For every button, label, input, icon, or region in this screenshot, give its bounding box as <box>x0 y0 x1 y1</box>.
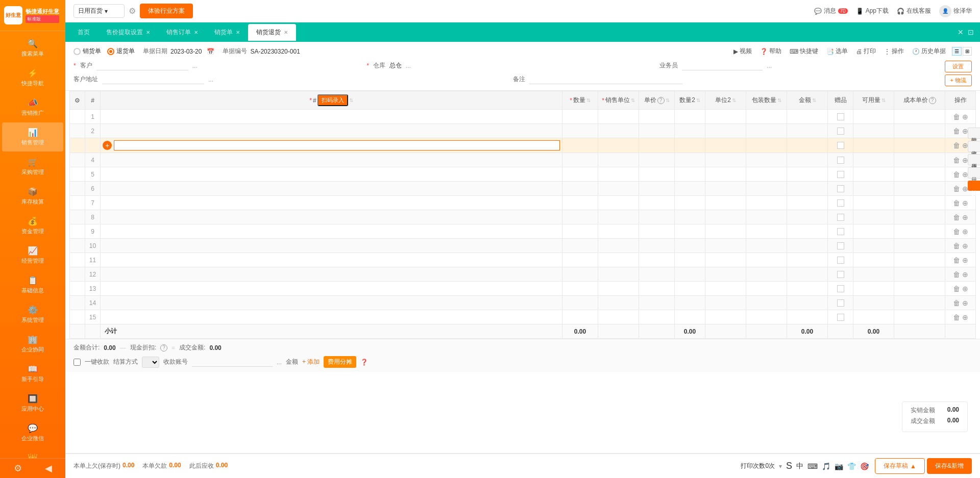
row-pack-13[interactable] <box>746 282 787 296</box>
gift-checkbox-9[interactable] <box>837 228 844 235</box>
customer-ellipsis[interactable]: ... <box>192 62 198 69</box>
scan-btn[interactable]: 扫码录入 <box>317 94 348 106</box>
shortcut-key-btn[interactable]: ⌨ 快捷键 <box>788 46 820 57</box>
delete-row-2-icon[interactable]: 🗑 <box>953 127 960 135</box>
row-unit-1[interactable] <box>598 110 639 124</box>
row-price-14[interactable] <box>639 296 675 310</box>
row-unit2-9[interactable] <box>705 224 746 239</box>
row-unit2-8[interactable] <box>705 210 746 224</box>
row-cost-2[interactable] <box>894 124 945 138</box>
copy-row-2-icon[interactable]: ⊕ <box>962 127 968 135</box>
row-gift-14[interactable] <box>828 296 853 310</box>
sidebar-item-sales[interactable]: 📊 销售管理 <box>2 122 63 152</box>
sidebar-item-guide[interactable]: 📖 新手引导 <box>2 359 63 388</box>
row-unit2-5[interactable] <box>705 167 746 182</box>
add-payment-btn[interactable]: + 添加 <box>302 358 320 366</box>
gift-checkbox-2[interactable] <box>837 128 844 135</box>
row-unit-12[interactable] <box>598 267 639 282</box>
row-qty2-5[interactable] <box>675 167 705 182</box>
table-view-btn[interactable]: ☰ <box>952 47 962 56</box>
row-pack-6[interactable] <box>746 182 787 196</box>
row-unit-7[interactable] <box>598 196 639 210</box>
settings-btn[interactable]: 设置 <box>945 61 972 72</box>
row-price-4[interactable] <box>639 153 675 167</box>
attachment-btn[interactable]: 附件 <box>968 128 980 139</box>
row-price-15[interactable] <box>639 310 675 324</box>
row-avail-3[interactable] <box>853 138 894 153</box>
row-unit-3[interactable] <box>598 138 639 153</box>
row-qty-10[interactable] <box>562 239 598 253</box>
row-qty2-4[interactable] <box>675 153 705 167</box>
row-price-3[interactable] <box>639 138 675 153</box>
gift-checkbox-14[interactable] <box>837 299 844 307</box>
one-key-receipt-checkbox[interactable] <box>74 359 81 366</box>
gift-checkbox-6[interactable] <box>837 185 844 192</box>
row-unit2-6[interactable] <box>705 182 746 196</box>
row-pack-4[interactable] <box>746 153 787 167</box>
print-btn[interactable]: 🖨 打印 <box>854 46 878 57</box>
tab-close-sale-return[interactable]: ✕ <box>284 30 288 35</box>
row-qty2-11[interactable] <box>675 253 705 267</box>
logistics-btn[interactable]: + 物流 <box>945 74 972 86</box>
sidebar-item-apps[interactable]: 🔲 应用中心 <box>2 389 63 418</box>
account-ellipsis[interactable]: ... <box>277 359 282 366</box>
row-avail-13[interactable] <box>853 282 894 296</box>
row-qty-6[interactable] <box>562 182 598 196</box>
row-gift-4[interactable] <box>828 153 853 167</box>
gift-checkbox-7[interactable] <box>837 199 844 207</box>
row-avail-15[interactable] <box>853 310 894 324</box>
topbar-gear-icon[interactable]: ⚙ <box>129 6 136 16</box>
row-cost-10[interactable] <box>894 239 945 253</box>
select-order-btn[interactable]: 📑 选单 <box>824 46 850 57</box>
row-unit2-3[interactable] <box>705 138 746 153</box>
message-btn[interactable]: 💬 消息 70 <box>814 7 848 15</box>
row-product-12[interactable] <box>101 267 562 282</box>
staff-ellipsis[interactable]: ... <box>767 62 772 69</box>
row-qty2-10[interactable] <box>675 239 705 253</box>
history-btn[interactable]: 🕐 历史单据 <box>910 46 948 57</box>
row-qty-11[interactable] <box>562 253 598 267</box>
row-gift-9[interactable] <box>828 224 853 239</box>
row-qty2-2[interactable] <box>675 124 705 138</box>
delete-row-4-icon[interactable]: 🗑 <box>953 156 960 164</box>
row-qty2-15[interactable] <box>675 310 705 324</box>
row-qty-13[interactable] <box>562 282 598 296</box>
row-price-12[interactable] <box>639 267 675 282</box>
row-product-6[interactable] <box>101 182 562 196</box>
row-gift-10[interactable] <box>828 239 853 253</box>
row-qty-15[interactable] <box>562 310 598 324</box>
row-amount-4[interactable] <box>787 153 828 167</box>
row-price-1[interactable] <box>639 110 675 124</box>
delete-row-10-icon[interactable]: 🗑 <box>953 242 960 250</box>
row-amount-15[interactable] <box>787 310 828 324</box>
account-input[interactable] <box>192 357 273 367</box>
experience-btn[interactable]: 体验行业方案 <box>140 4 193 18</box>
delete-row-5-icon[interactable]: 🗑 <box>953 170 960 179</box>
row-unit2-13[interactable] <box>705 282 746 296</box>
row-amount-7[interactable] <box>787 196 828 210</box>
settings-icon[interactable]: ⚙ <box>14 463 22 474</box>
sidebar-item-marketing[interactable]: 📣 营销推广 <box>2 93 63 122</box>
row-product-11[interactable] <box>101 253 562 267</box>
row-price-5[interactable] <box>639 167 675 182</box>
sidebar-item-system[interactable]: ⚙️ 系统管理 <box>2 300 63 329</box>
row-pack-14[interactable] <box>746 296 787 310</box>
row-avail-4[interactable] <box>853 153 894 167</box>
gift-checkbox-12[interactable] <box>837 271 844 278</box>
row-unit-11[interactable] <box>598 253 639 267</box>
delete-row-6-icon[interactable]: 🗑 <box>953 185 960 193</box>
row-cost-1[interactable] <box>894 110 945 124</box>
row-gift-1[interactable] <box>828 110 853 124</box>
row-pack-7[interactable] <box>746 196 787 210</box>
copy-row-9-icon[interactable]: ⊕ <box>962 228 968 236</box>
row-unit-6[interactable] <box>598 182 639 196</box>
row-pack-2[interactable] <box>746 124 787 138</box>
fee-split-btn[interactable]: 费用分摊 <box>324 356 356 368</box>
row-unit-2[interactable] <box>598 124 639 138</box>
row-avail-7[interactable] <box>853 196 894 210</box>
help-btn[interactable]: ❓ 帮助 <box>758 46 783 57</box>
row-qty2-1[interactable] <box>675 110 705 124</box>
row-avail-14[interactable] <box>853 296 894 310</box>
user-menu[interactable]: 👤 徐泽华 <box>939 5 972 17</box>
row-product-1[interactable] <box>101 110 562 124</box>
